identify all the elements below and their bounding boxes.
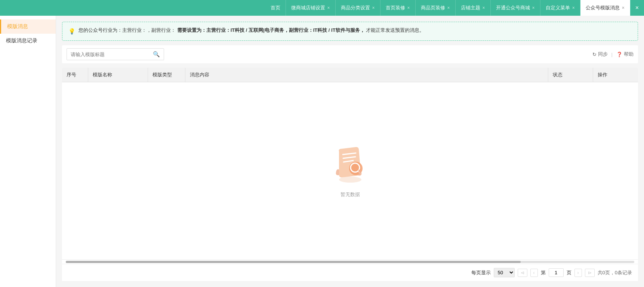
bulb-icon: 💡 — [68, 27, 76, 36]
top-nav: 首页微商城店铺设置×商品分类设置×首页装修×商品页装修×店铺主题×开通公众号商城… — [0, 0, 644, 16]
nav-tab-label: 首页 — [271, 4, 280, 11]
nav-tab-label: 微商城店铺设置 — [291, 4, 325, 11]
tab-close-icon[interactable]: × — [447, 5, 450, 10]
toolbar: 🔍 ↻ 同步 | ❓ 帮助 — [62, 45, 638, 63]
nav-tab-label: 开通公众号商城 — [496, 4, 530, 11]
tab-close-icon[interactable]: × — [327, 5, 330, 10]
th-模版名称: 模版名称 — [88, 68, 148, 82]
last-page-button[interactable]: ⊳ — [585, 269, 595, 277]
content-area: 💡 您的公众号行业为：主营行业：，副营行业： 需要设置为：主营行业：IT科技 /… — [56, 16, 644, 287]
close-all-button[interactable]: × — [630, 4, 644, 11]
notice-box: 💡 您的公众号行业为：主营行业：，副营行业： 需要设置为：主营行业：IT科技 /… — [62, 22, 638, 41]
nav-tab-公众号模版消息[interactable]: 公众号模版消息× — [580, 0, 630, 16]
nav-tab-label: 公众号模版消息 — [586, 4, 620, 11]
sync-button[interactable]: ↻ 同步 — [592, 51, 608, 58]
prev-page-button[interactable]: ‹ — [530, 269, 538, 277]
nav-tab-商品页装修[interactable]: 商品页装修× — [416, 0, 456, 16]
nav-tab-店铺主题[interactable]: 店铺主题× — [456, 0, 491, 16]
next-page-button[interactable]: › — [574, 269, 582, 277]
page-size-select[interactable]: 50 20 100 — [494, 268, 515, 277]
search-input[interactable] — [67, 49, 149, 59]
svg-point-0 — [339, 177, 361, 183]
th-序号: 序号 — [62, 68, 88, 82]
notice-text: 您的公众号行业为：主营行业：，副营行业： 需要设置为：主营行业：IT科技 / 互… — [78, 27, 424, 34]
nav-tab-微商城店铺设置[interactable]: 微商城店铺设置× — [286, 0, 336, 16]
help-label: 帮助 — [624, 51, 634, 58]
page-total: 共0页，0条记录 — [598, 269, 632, 276]
nav-tab-label: 商品页装修 — [421, 4, 445, 11]
toolbar-right: ↻ 同步 | ❓ 帮助 — [592, 51, 634, 58]
tab-close-icon[interactable]: × — [372, 5, 375, 10]
empty-icon — [328, 144, 373, 185]
main-layout: 模版消息模版消息记录 💡 您的公众号行业为：主营行业：，副营行业： 需要设置为：… — [0, 16, 644, 287]
page-unit-label: 页 — [567, 269, 571, 276]
scroll-area[interactable] — [62, 259, 638, 264]
tab-close-icon[interactable]: × — [572, 5, 575, 10]
empty-text: 暂无数据 — [341, 191, 360, 198]
first-page-button[interactable]: ⊲ — [518, 269, 527, 277]
search-button[interactable]: 🔍 — [149, 49, 164, 60]
table-header: 序号模版名称模版类型消息内容状态操作 — [62, 68, 638, 82]
th-操作: 操作 — [593, 68, 638, 82]
pagination: 每页显示 50 20 100 ⊲ ‹ 第 页 › ⊳ 共0页，0条记录 — [62, 264, 638, 281]
sidebar: 模版消息模版消息记录 — [0, 16, 56, 287]
help-icon: ❓ — [616, 52, 622, 57]
nav-tab-label: 店铺主题 — [461, 4, 480, 11]
nav-tab-label: 商品分类设置 — [341, 4, 370, 11]
page-number-input[interactable] — [549, 268, 564, 277]
sidebar-item-template-msg-record[interactable]: 模版消息记录 — [0, 34, 56, 48]
nav-tab-label: 首页装修 — [386, 4, 405, 11]
search-bar: 🔍 — [67, 48, 164, 60]
nav-tab-自定义菜单[interactable]: 自定义菜单× — [540, 0, 580, 16]
empty-state: 暂无数据 — [62, 82, 638, 259]
th-模版类型: 模版类型 — [148, 68, 185, 82]
th-状态: 状态 — [548, 68, 593, 82]
scroll-track — [66, 261, 634, 263]
nav-tab-商品分类设置[interactable]: 商品分类设置× — [336, 0, 380, 16]
notice-highlight: 需要设置为：主营行业：IT科技 / 互联网|电子商务，副营行业：IT科技 / I… — [177, 27, 365, 33]
nav-tab-首页装修[interactable]: 首页装修× — [380, 0, 416, 16]
nav-tab-开通公众号商城[interactable]: 开通公众号商城× — [491, 0, 540, 16]
nav-tab-首页[interactable]: 首页 — [265, 0, 286, 16]
tab-close-icon[interactable]: × — [622, 5, 625, 10]
page-size-label: 每页显示 — [471, 269, 491, 276]
help-button[interactable]: ❓ 帮助 — [616, 51, 634, 58]
nav-tab-label: 自定义菜单 — [546, 4, 570, 11]
tab-close-icon[interactable]: × — [407, 5, 410, 10]
page-prefix-label: 第 — [541, 269, 546, 276]
sync-icon: ↻ — [592, 52, 597, 57]
scroll-thumb — [66, 261, 521, 263]
tab-close-icon[interactable]: × — [532, 5, 535, 10]
th-消息内容: 消息内容 — [185, 68, 548, 82]
sync-label: 同步 — [598, 51, 608, 58]
tab-close-icon[interactable]: × — [483, 5, 485, 10]
table-wrapper: 序号模版名称模版类型消息内容状态操作 — [62, 68, 638, 281]
sidebar-item-template-msg[interactable]: 模版消息 — [0, 19, 56, 34]
divider: | — [611, 52, 613, 57]
